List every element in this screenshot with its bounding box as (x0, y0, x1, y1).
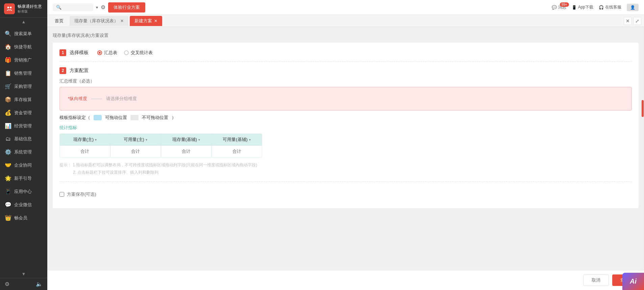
right-scrollbar[interactable] (641, 27, 644, 270)
dim-divider-line: —— (91, 96, 102, 102)
sidebar-item-purchase[interactable]: 🛒 采购管理 (0, 80, 47, 93)
save-divider (59, 182, 632, 182)
panel-close-button[interactable]: ✕ (624, 17, 632, 25)
sidebar-item-sales[interactable]: 📋 销售管理 (0, 67, 47, 80)
user-avatar[interactable]: 👤 (627, 4, 639, 11)
sidebar-item-quick-nav[interactable]: 🏠 快捷导航 (0, 40, 47, 53)
stats-col-2-footer: 合计 (110, 146, 161, 157)
stats-col-3-footer: 合计 (161, 146, 212, 157)
sidebar: 畅康通好生意 标准版 ▲ 🔍 搜索菜单 🏠 快捷导航 🎁 营销推广 📋 销售管理… (0, 0, 47, 290)
radio-cross-circle (124, 50, 129, 55)
logo-text: 畅康通好生意 标准版 (18, 4, 42, 14)
step1-title: 选择模板 (70, 50, 89, 56)
tab-inventory-status[interactable]: 现存量（库存状况表） ✕ (70, 16, 128, 26)
radio-cross[interactable]: 交叉统计表 (124, 50, 153, 56)
stats-col-2-label: 可用量(主) (124, 137, 144, 143)
step2-header: 2 方案配置 (59, 67, 632, 74)
page-title: 现存量(库存状况表)方案设置 (53, 32, 639, 39)
cancel-button[interactable]: 取消 (583, 274, 609, 286)
tip2-spacer (59, 170, 72, 175)
sidebar-item-system[interactable]: ⚙️ 系统管理 (0, 145, 47, 159)
sidebar-item-finance[interactable]: 💰 资金管理 (0, 106, 47, 119)
sidebar-item-marketing[interactable]: 🎁 营销推广 (0, 53, 47, 67)
dim-required-label: *纵向维度 (68, 96, 87, 102)
step1-number: 1 (59, 49, 66, 56)
tab-inventory-close-icon[interactable]: ✕ (120, 19, 124, 23)
sidebar-item-inventory[interactable]: 📦 库存核算 (0, 93, 47, 106)
message-button[interactable]: 💬 消息 99+ (552, 4, 566, 10)
col3-chevron-icon[interactable]: ▾ (198, 138, 200, 142)
star-icon: 🌟 (5, 175, 11, 182)
app-download-button[interactable]: 📱 App下载 (572, 4, 593, 10)
topbar-search-icon: 🔍 (56, 5, 61, 10)
stats-body-col-3: 合计 (161, 146, 212, 157)
sidebar-item-app-center[interactable]: 📱 应用中心 (0, 185, 47, 198)
cart-icon: 🛒 (5, 83, 11, 90)
save-checkbox[interactable] (59, 192, 64, 197)
main-area: 🔍 ▾ ⚙ 体验行业方案 💬 消息 99+ 📱 App下载 🎧 在线客服 👤 (47, 0, 644, 290)
sidebar-item-enterprise[interactable]: 🤝 企业协同 (0, 159, 47, 172)
tip2-text: 2. 点击标题栏下拉可设置排序、插入列和删除列 (73, 170, 158, 175)
step1-header: 1 选择模板 汇总表 交叉统计表 (59, 49, 632, 56)
radio-summary-circle (97, 50, 102, 55)
sidebar-item-operations[interactable]: 📊 经营管理 (0, 119, 47, 132)
step2-title: 方案配置 (70, 68, 89, 74)
sidebar-scroll-down[interactable]: ▼ (0, 270, 47, 278)
settings-icon[interactable]: ⚙ (5, 281, 9, 287)
tab-home[interactable]: 首页 (50, 16, 68, 26)
chart-icon: 📊 (5, 123, 11, 129)
search-icon: 🔍 (5, 30, 11, 37)
gear-icon: ⚙️ (5, 149, 11, 155)
topbar-dropdown-icon[interactable]: ▾ (96, 5, 98, 10)
stats-col-1-footer: 合计 (60, 146, 110, 157)
step-divider (59, 62, 632, 62)
sidebar-logo: 畅康通好生意 标准版 (0, 0, 47, 18)
stats-col-4[interactable]: 可用量(基辅) ▾ (212, 134, 262, 146)
topbar-search-box[interactable]: 🔍 (53, 3, 93, 11)
svg-point-0 (7, 7, 9, 8)
stats-section: 统计指标 现存量(主) ▾ 可用量(主) (59, 125, 632, 158)
panel-resize-button[interactable]: ⤢ (633, 17, 641, 25)
user-icon: 👤 (630, 5, 635, 10)
audio-icon[interactable]: 🔈 (36, 281, 43, 287)
col2-chevron-icon[interactable]: ▾ (146, 138, 147, 142)
logo-icon (4, 3, 15, 14)
col1-chevron-icon[interactable]: ▾ (95, 138, 97, 142)
dimension-section: 汇总维度（必选） *纵向维度 —— 请选择分组维度 (59, 78, 632, 111)
sidebar-item-new-guide[interactable]: 🌟 新手引导 (0, 172, 47, 185)
draggable-label: 可拖动位置 (105, 115, 127, 121)
tab-new-plan[interactable]: 新建方案 ✕ (130, 16, 162, 26)
sales-icon: 📋 (5, 70, 11, 76)
stats-col-1[interactable]: 现存量(主) ▾ (60, 134, 110, 146)
ai-fab-button[interactable]: Ai (622, 273, 644, 290)
sidebar-nav: 🔍 搜索菜单 🏠 快捷导航 🎁 营销推广 📋 销售管理 🛒 采购管理 📦 库存核… (0, 26, 47, 270)
industry-plan-button[interactable]: 体验行业方案 (108, 2, 145, 13)
stats-col-2[interactable]: 可用量(主) ▾ (110, 134, 161, 146)
stats-col-4-footer: 合计 (212, 146, 262, 157)
indicator-end: ） (172, 115, 176, 121)
dimension-box[interactable]: *纵向维度 —— 请选择分组维度 (59, 87, 632, 111)
sidebar-item-search[interactable]: 🔍 搜索菜单 (0, 27, 47, 40)
sidebar-item-base-info[interactable]: 🗂 基础信息 (0, 132, 47, 145)
scrollbar-thumb[interactable] (642, 100, 644, 117)
save-label: 方案保存(可选) (67, 191, 96, 197)
tip1-text: 1.拖动标题栏可以调整布局，不可跨维度或指标区域拖动列字段(只能在同一维度或指标… (73, 163, 257, 167)
sidebar-item-member[interactable]: 👑 畅会员 (0, 211, 47, 224)
online-service-button[interactable]: 🎧 在线客服 (599, 4, 621, 10)
topbar-search-input[interactable] (63, 5, 83, 10)
stats-table-body: 合计 合计 合计 合计 (60, 146, 262, 157)
box-icon: 📦 (5, 96, 11, 103)
topbar-gear-icon[interactable]: ⚙ (101, 4, 105, 10)
sidebar-item-wechat[interactable]: 💬 企业微信 (0, 198, 47, 211)
sidebar-scroll-up[interactable]: ▲ (0, 18, 47, 26)
indicator-label: 模板指标设定（ (59, 115, 90, 121)
radio-summary[interactable]: 汇总表 (97, 50, 117, 56)
tab-new-plan-close-icon[interactable]: ✕ (154, 19, 157, 23)
topbar-left: 🔍 ▾ ⚙ 体验行业方案 (53, 2, 548, 13)
stats-body-col-1: 合计 (60, 146, 110, 157)
draggable-indicator-box (94, 115, 102, 120)
handshake-icon: 🤝 (5, 162, 11, 168)
stats-label: 统计指标 (59, 125, 632, 131)
stats-col-3[interactable]: 现存量(基辅) ▾ (161, 134, 212, 146)
col4-chevron-icon[interactable]: ▾ (249, 138, 251, 142)
